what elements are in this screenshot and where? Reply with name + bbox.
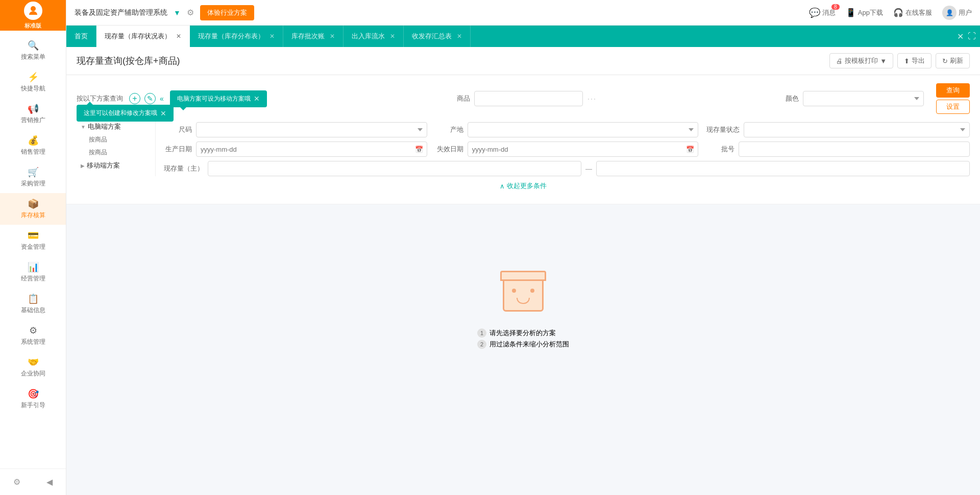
tree-item-by-goods1-label: 按商品: [89, 135, 107, 144]
main-container: 装备及固定资产辅助管理系统 ▼ ⚙ 体验行业方案 💬 8 消息 📱 App下载 …: [66, 0, 980, 495]
goods-input[interactable]: [474, 91, 583, 106]
batch-input[interactable]: [739, 142, 970, 157]
tree-item-pc[interactable]: ▼ 电脑端方案: [77, 120, 151, 133]
sidebar-item-label: 营销推广: [21, 116, 45, 125]
enterprise-icon: 🤝: [28, 357, 39, 368]
scheme-add-btn[interactable]: +: [129, 93, 140, 104]
tree-item-by-goods1[interactable]: 按商品: [77, 133, 151, 146]
settings-btn[interactable]: 设置: [936, 100, 970, 114]
header-settings-icon[interactable]: ⚙: [187, 8, 194, 17]
size-select[interactable]: [196, 122, 427, 137]
sidebar-item-quick-nav[interactable]: ⚡ 快捷导航: [0, 66, 66, 98]
tab-receive-send[interactable]: 收发存汇总表 ✕: [404, 26, 471, 47]
tooltip-scheme-mobile-close[interactable]: ✕: [254, 95, 260, 103]
print-btn[interactable]: 🖨 按模板打印 ▼: [829, 53, 893, 68]
export-icon: ⬆: [904, 57, 910, 65]
tab-inventory-dist-close[interactable]: ✕: [270, 33, 275, 40]
scheme-edit-btn[interactable]: ✎: [144, 93, 156, 104]
tab-batch-ledger-close[interactable]: ✕: [330, 33, 335, 40]
app-download-label: App下载: [858, 8, 883, 17]
inventory-main-from[interactable]: [208, 161, 581, 176]
refresh-btn[interactable]: ↻ 刷新: [936, 53, 970, 68]
tab-batch-ledger[interactable]: 库存批次账 ✕: [283, 26, 344, 47]
sidebar-item-basic-info[interactable]: 📋 基础信息: [0, 288, 66, 320]
tooltip-scheme-mobile: 电脑方案可设为移动方案哦 ✕: [170, 90, 267, 107]
scheme-left-arrow-btn[interactable]: «: [160, 95, 164, 103]
produce-date-input[interactable]: [196, 142, 427, 157]
tab-inout-flow-close[interactable]: ✕: [390, 33, 395, 40]
filter-scheme-area: + ✎ «: [129, 93, 164, 104]
color-label: 颜色: [771, 94, 799, 103]
search-menu-icon: 🔍: [28, 40, 39, 51]
user-item[interactable]: 👤 用户: [942, 6, 972, 20]
tab-home[interactable]: 首页: [66, 26, 96, 47]
tab-inout-flow[interactable]: 出入库流水 ✕: [344, 26, 404, 47]
tab-close-all-icon[interactable]: ✕: [957, 32, 964, 41]
sidebar-collapse-btn[interactable]: ◀: [42, 475, 57, 489]
query-buttons: 查询 设置: [936, 83, 970, 114]
tab-inventory-status-close[interactable]: ✕: [176, 33, 181, 40]
tooltip-scheme-create: 这里可以创建和修改方案哦 ✕: [77, 105, 174, 122]
system-title-arrow[interactable]: ▼: [174, 9, 181, 17]
origin-select[interactable]: [468, 122, 699, 137]
inventory-main-to[interactable]: [596, 161, 970, 176]
sidebar-item-sales[interactable]: 💰 销售管理: [0, 130, 66, 161]
produce-date-calendar-icon[interactable]: 📅: [415, 146, 423, 153]
sidebar-item-enterprise[interactable]: 🤝 企业协同: [0, 351, 66, 383]
sidebar-settings-btn[interactable]: ⚙: [9, 475, 24, 489]
app-download-item[interactable]: 📱 App下载: [846, 8, 883, 17]
export-btn[interactable]: ⬆ 导出: [897, 53, 932, 68]
filter-field-produce-date: 生产日期 📅: [164, 142, 427, 157]
tab-maximize-icon[interactable]: ⛶: [968, 32, 976, 41]
refresh-icon: ↻: [942, 57, 948, 65]
sidebar-item-operations[interactable]: 📊 经营管理: [0, 256, 66, 288]
try-btn[interactable]: 体验行业方案: [200, 5, 254, 20]
tooltip-scheme-create-close[interactable]: ✕: [160, 109, 166, 117]
hint-num-1: 1: [477, 328, 486, 338]
sidebar-item-system[interactable]: ⚙ 系统管理: [0, 320, 66, 351]
hint-num-2: 2: [477, 340, 486, 349]
tree-item-mobile[interactable]: ▶ 移动端方案: [77, 159, 151, 172]
sidebar-item-purchase[interactable]: 🛒 采购管理: [0, 161, 66, 193]
quick-nav-icon: ⚡: [28, 72, 39, 83]
tree-item-by-goods2[interactable]: 按商品: [77, 146, 151, 159]
tab-bar-spacer: [471, 26, 953, 47]
sidebar-footer: ⚙ ◀: [0, 468, 66, 495]
app-logo-text: 标准版: [24, 22, 41, 30]
collapse-row[interactable]: ∧ 收起更多条件: [77, 176, 970, 196]
online-service-item[interactable]: 🎧 在线客服: [893, 8, 932, 17]
online-service-label: 在线客服: [905, 8, 932, 17]
expire-date-calendar-icon[interactable]: 📅: [686, 146, 694, 153]
tab-inventory-status[interactable]: 现存量（库存状况表） ✕: [96, 26, 190, 47]
sidebar-item-marketing[interactable]: 📢 营销推广: [0, 98, 66, 130]
notification-item[interactable]: 💬 8 消息: [809, 7, 836, 18]
sidebar-item-search-menu[interactable]: 🔍 搜索菜单: [0, 35, 66, 66]
goods-dots-icon[interactable]: ⋯: [587, 93, 595, 104]
sidebar-item-finance[interactable]: 💳 资金管理: [0, 225, 66, 256]
query-btn[interactable]: 查询: [936, 83, 970, 98]
tab-receive-send-close[interactable]: ✕: [457, 33, 462, 40]
notification-badge: 8: [831, 4, 840, 10]
batch-label: 批号: [706, 145, 734, 154]
sidebar-item-inventory[interactable]: 📦 库存核算: [0, 193, 66, 225]
stock-status-select[interactable]: [744, 122, 970, 137]
tooltip-scheme-create-text: 这里可以创建和修改方案哦: [84, 109, 157, 117]
filter-label: 按以下方案查询: [77, 94, 123, 103]
color-select[interactable]: [803, 91, 924, 106]
origin-label: 产地: [435, 125, 463, 134]
expire-date-input[interactable]: [468, 142, 699, 157]
guide-icon: 🎯: [28, 388, 39, 399]
filter-field-batch: 批号: [706, 142, 970, 157]
sidebar-item-label: 新手引导: [21, 401, 45, 410]
filter-field-expire-date: 失效日期 📅: [435, 142, 699, 157]
empty-eye-right: [530, 289, 534, 293]
sidebar-item-guide[interactable]: 🎯 新手引导: [0, 383, 66, 415]
tree-arrow-mobile: ▶: [81, 163, 85, 169]
tab-home-label: 首页: [75, 32, 88, 41]
filter-scheme-row: 按以下方案查询 + ✎ « 电脑方案可设为移动方案哦 ✕ 商品 ⋯: [77, 83, 970, 114]
page-header: 现存量查询(按仓库+商品) 🖨 按模板打印 ▼ ⬆ 导出 ↻ 刷新: [66, 47, 980, 75]
operations-icon: 📊: [28, 262, 39, 273]
tab-inventory-dist[interactable]: 现存量（库存分布表） ✕: [190, 26, 283, 47]
sidebar-item-label: 基础信息: [21, 306, 45, 315]
tab-batch-ledger-label: 库存批次账: [291, 32, 325, 41]
